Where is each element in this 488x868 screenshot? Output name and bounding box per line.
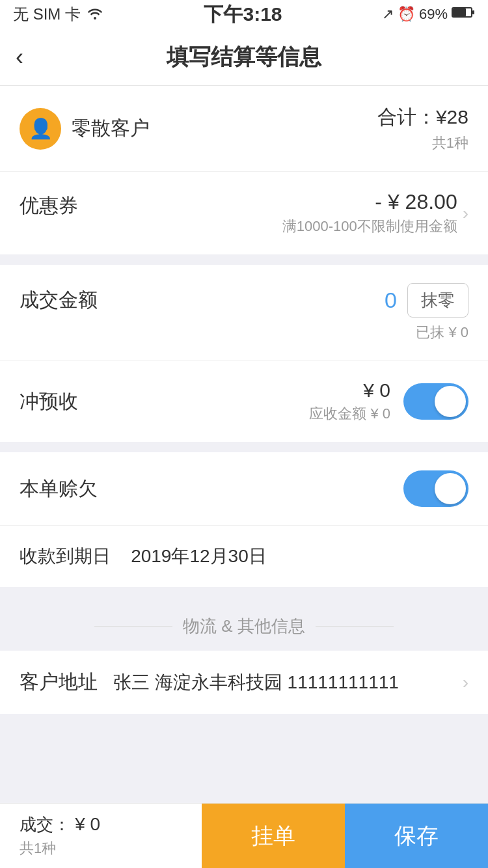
coupon-right: - ¥ 28.00 满1000-100不限制使用金额 › xyxy=(282,190,468,236)
prepay-right: ¥ 0 应收金额 ¥ 0 xyxy=(309,379,468,424)
deal-amount-label: 成交金额 xyxy=(20,287,98,314)
bottom-deal-value: ¥ 0 xyxy=(75,814,100,834)
prepay-sub: 应收金额 ¥ 0 xyxy=(309,404,390,424)
bottom-count: 共1种 xyxy=(20,839,182,858)
bottom-deal-label: 成交： xyxy=(20,815,70,834)
bottom-bar: 成交： ¥ 0 共1种 挂单 保存 xyxy=(0,803,488,868)
customer-name: 零散客户 xyxy=(72,115,150,142)
customer-section: 👤 零散客户 合计：¥28 共1种 优惠券 - ¥ 28.00 满1000-10… xyxy=(0,86,488,254)
save-button[interactable]: 保存 xyxy=(345,804,488,869)
due-date-value: 2019年12月30日 xyxy=(131,546,267,566)
pending-button[interactable]: 挂单 xyxy=(202,804,345,869)
prepay-amounts: ¥ 0 应收金额 ¥ 0 xyxy=(309,379,390,424)
address-label: 客户地址 xyxy=(20,669,98,696)
chevron-right-icon: › xyxy=(463,203,468,224)
deal-amount-row: 成交金额 0 抹零 xyxy=(20,283,468,318)
nav-bar: ‹ 填写结算等信息 xyxy=(0,29,488,86)
page-title: 填写结算等信息 xyxy=(167,42,321,72)
due-date-text: 收款到期日 2019年12月30日 xyxy=(20,546,267,566)
round-zero-button[interactable]: 抹零 xyxy=(407,283,468,318)
bottom-deal-row: 成交： ¥ 0 xyxy=(20,813,182,836)
prepay-row: 冲预收 ¥ 0 应收金额 ¥ 0 xyxy=(0,360,488,442)
debt-toggle[interactable] xyxy=(403,470,468,507)
svg-rect-2 xyxy=(453,8,466,16)
logistics-section: 物流 & 其他信息 xyxy=(0,597,488,651)
carrier-text: 无 SIM 卡 xyxy=(13,4,81,25)
deal-section: 成交金额 0 抹零 已抹 ¥ 0 冲预收 ¥ 0 应收金额 ¥ 0 xyxy=(0,265,488,442)
customer-right: 合计：¥28 共1种 xyxy=(377,104,468,153)
address-value: 张三 海淀永丰科技园 11111111111 xyxy=(113,670,463,695)
due-date-label: 收款到期日 xyxy=(20,546,111,566)
total-count: 共1种 xyxy=(377,133,468,153)
coupon-label: 优惠券 xyxy=(20,190,78,219)
debt-row: 本单赊欠 xyxy=(0,452,488,525)
logistics-line-right xyxy=(316,626,394,627)
logistics-label: 物流 & 其他信息 xyxy=(94,615,394,638)
alarm-icon: ⏰ xyxy=(398,6,415,23)
status-right: ↗ ⏰ 69% xyxy=(382,6,475,23)
prepay-value: ¥ 0 xyxy=(309,379,390,401)
deal-amount-right: 0 抹零 xyxy=(385,283,468,318)
prepay-label: 冲预收 xyxy=(20,388,78,415)
battery-text: 69% xyxy=(419,6,448,23)
battery-icon xyxy=(452,6,475,23)
coupon-content: - ¥ 28.00 满1000-100不限制使用金额 xyxy=(282,190,457,236)
logistics-line-left xyxy=(94,626,172,627)
debt-toggle-thumb xyxy=(435,473,466,504)
content-area: 👤 零散客户 合计：¥28 共1种 优惠券 - ¥ 28.00 满1000-10… xyxy=(0,86,488,854)
toggle-thumb xyxy=(435,386,466,417)
due-date-row: 收款到期日 2019年12月30日 xyxy=(0,525,488,587)
address-row[interactable]: 客户地址 张三 海淀永丰科技园 11111111111 › xyxy=(0,651,488,714)
status-left: 无 SIM 卡 xyxy=(13,4,104,25)
coupon-row[interactable]: 优惠券 - ¥ 28.00 满1000-100不限制使用金额 › xyxy=(0,171,488,254)
deal-amount-section: 成交金额 0 抹零 已抹 ¥ 0 xyxy=(0,265,488,360)
prepay-toggle[interactable] xyxy=(403,383,468,420)
deal-amount-value: 0 xyxy=(385,288,397,313)
avatar: 👤 xyxy=(20,108,61,150)
debt-label: 本单赊欠 xyxy=(20,476,98,502)
debt-section: 本单赊欠 收款到期日 2019年12月30日 xyxy=(0,452,488,587)
location-icon: ↗ xyxy=(382,6,394,23)
status-bar: 无 SIM 卡 下午3:18 ↗ ⏰ 69% xyxy=(0,0,488,29)
bottom-summary: 成交： ¥ 0 共1种 xyxy=(0,813,202,858)
customer-row: 👤 零散客户 合计：¥28 共1种 xyxy=(0,86,488,171)
back-button[interactable]: ‹ xyxy=(16,44,23,71)
avatar-icon: 👤 xyxy=(29,117,53,140)
wifi-icon xyxy=(86,5,104,23)
total-amount: 合计：¥28 xyxy=(377,104,468,131)
svg-rect-1 xyxy=(472,10,474,14)
logistics-text: 物流 & 其他信息 xyxy=(183,615,305,638)
coupon-description: 满1000-100不限制使用金额 xyxy=(282,217,457,236)
deal-amount-sub: 已抹 ¥ 0 xyxy=(20,323,468,342)
status-time: 下午3:18 xyxy=(204,1,282,28)
customer-left: 👤 零散客户 xyxy=(20,108,150,150)
coupon-amount: - ¥ 28.00 xyxy=(282,190,457,214)
address-chevron-icon: › xyxy=(463,672,468,693)
